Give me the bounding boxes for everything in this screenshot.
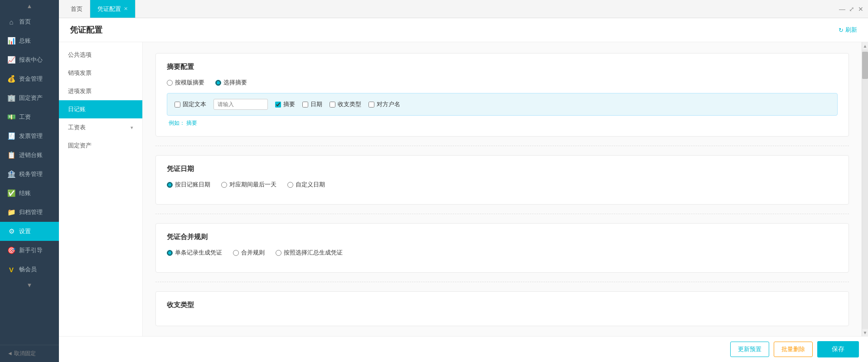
invoice-icon: 🧾: [7, 132, 15, 140]
checkbox-counterparty-input[interactable]: [369, 102, 374, 108]
merge-summary[interactable]: 按照选择汇总生成凭证: [276, 249, 343, 257]
summary-radio-select[interactable]: 选择摘要: [215, 78, 247, 87]
sidebar-scroll-up[interactable]: ▲: [0, 0, 59, 12]
tab-home[interactable]: 首页: [63, 0, 90, 18]
summary-checkbox-row: 固定文本 摘要 日期 收支类型: [167, 93, 838, 116]
fixed-text-input[interactable]: [213, 99, 268, 110]
tax-icon: 🏦: [7, 170, 15, 178]
checkbox-income-type-input[interactable]: [330, 102, 335, 108]
sidebar-item-assets[interactable]: 🏢 固定资产: [0, 88, 59, 108]
merge-single-label: 单条记录生成凭证: [175, 249, 222, 257]
left-nav-item-payroll[interactable]: 工资表 ▾: [59, 118, 142, 137]
checkbox-summary-input[interactable]: [275, 102, 281, 108]
sidebar-item-label: 税务管理: [19, 170, 43, 178]
refresh-label: 刷新: [845, 26, 857, 34]
sidebar-cancel-pin[interactable]: ◄ 取消固定: [0, 345, 59, 362]
checkbox-fixed-text-input[interactable]: [175, 102, 180, 108]
sidebar-item-label: 设置: [19, 227, 31, 235]
voucher-date-custom-input[interactable]: [287, 182, 293, 188]
sidebar-item-invoice[interactable]: 🧾 发票管理: [0, 127, 59, 146]
left-nav-item-journal[interactable]: 日记账: [59, 100, 142, 118]
summary-radio-select-input[interactable]: [215, 80, 221, 86]
batch-delete-button[interactable]: 批量删除: [774, 342, 813, 357]
sidebar: ▲ ⌂ 首页 📊 总账 📈 报表中心 💰 资金管理 🏢 固定资产 💵 工资 🧾 …: [0, 0, 59, 362]
cancel-pin-label: 取消固定: [14, 350, 36, 357]
merge-single[interactable]: 单条记录生成凭证: [167, 249, 222, 257]
checkbox-summary[interactable]: 摘要: [275, 100, 295, 108]
merge-rule-input[interactable]: [233, 250, 239, 256]
scroll-thumb[interactable]: [862, 52, 868, 79]
main-area: 首页 凭证配置 ✕ — ⤢ ✕ 凭证配置 ↻ 刷新 公共选项: [59, 0, 868, 362]
tab-close-icon[interactable]: ✕: [124, 6, 128, 12]
sidebar-item-label: 进销台账: [19, 151, 43, 159]
section-divider-3: [155, 282, 849, 282]
update-preview-button[interactable]: 更新预置: [730, 342, 769, 357]
scroll-down-arrow[interactable]: ▼: [862, 329, 868, 336]
sidebar-item-tax[interactable]: 🏦 税务管理: [0, 165, 59, 184]
summary-radio-template[interactable]: 按模版摘要: [167, 78, 204, 87]
guide-icon: 🎯: [7, 246, 15, 254]
voucher-date-period-last[interactable]: 对应期间最后一天: [221, 181, 276, 189]
sidebar-item-trade[interactable]: 📋 进销台账: [0, 146, 59, 165]
summary-radio-template-input[interactable]: [167, 80, 173, 86]
left-nav-item-fixed-assets[interactable]: 固定资产: [59, 137, 142, 155]
voucher-date-section: 凭证日期 按日记账日期 对应期间最后一天 自定义日期: [155, 155, 849, 205]
income-expense-title: 收支类型: [167, 301, 838, 309]
sidebar-item-fund[interactable]: 💰 资金管理: [0, 69, 59, 88]
sidebar-item-guide[interactable]: 🎯 新手引导: [0, 241, 59, 260]
window-maximize[interactable]: ⤢: [849, 5, 854, 13]
trade-icon: 📋: [7, 151, 15, 159]
merge-summary-input[interactable]: [276, 250, 281, 256]
checkbox-summary-label: 摘要: [283, 100, 295, 108]
voucher-date-period-last-input[interactable]: [221, 182, 227, 188]
sidebar-item-salary[interactable]: 💵 工资: [0, 108, 59, 127]
merge-rule-label: 合并规则: [241, 249, 265, 257]
voucher-date-custom[interactable]: 自定义日期: [287, 181, 325, 189]
refresh-button[interactable]: ↻ 刷新: [839, 26, 857, 34]
archive-icon: 📁: [7, 208, 15, 216]
left-nav: 公共选项 销项发票 进项发票 日记账 工资表 ▾ 固定资产: [59, 42, 143, 336]
sidebar-item-label: 畅会员: [19, 265, 37, 274]
save-button[interactable]: 保存: [817, 341, 859, 357]
left-nav-item-public[interactable]: 公共选项: [59, 46, 142, 64]
window-controls: — ⤢ ✕: [839, 5, 863, 13]
pin-icon: ◄: [7, 350, 13, 357]
body-layout: 公共选项 销项发票 进项发票 日记账 工资表 ▾ 固定资产: [59, 42, 868, 336]
left-nav-label: 销项发票: [68, 69, 92, 77]
sidebar-item-member[interactable]: V 畅会员: [0, 260, 59, 279]
sidebar-item-checkout[interactable]: ✅ 结账: [0, 184, 59, 203]
left-nav-label: 进项发票: [68, 87, 92, 95]
sidebar-item-ledger[interactable]: 📊 总账: [0, 31, 59, 50]
voucher-date-title: 凭证日期: [167, 165, 838, 173]
checkbox-counterparty[interactable]: 对方户名: [369, 100, 400, 108]
sidebar-item-reports[interactable]: 📈 报表中心: [0, 50, 59, 69]
member-icon: V: [7, 266, 15, 274]
sidebar-item-label: 总账: [19, 37, 31, 45]
voucher-date-period-last-label: 对应期间最后一天: [229, 181, 276, 189]
left-nav-item-purchase-invoice[interactable]: 进项发票: [59, 82, 142, 100]
summary-radio-group: 按模版摘要 选择摘要: [167, 78, 838, 87]
merge-rule[interactable]: 合并规则: [233, 249, 265, 257]
checkbox-date[interactable]: 日期: [302, 100, 322, 108]
voucher-date-journal[interactable]: 按日记账日期: [167, 181, 210, 189]
sidebar-item-settings[interactable]: ⚙ 设置: [0, 222, 59, 241]
summary-radio-template-label: 按模版摘要: [175, 78, 204, 87]
income-expense-section: 收支类型: [155, 291, 849, 326]
sidebar-scroll-down[interactable]: ▼: [0, 279, 59, 291]
merge-single-input[interactable]: [167, 250, 173, 256]
checkbox-income-type[interactable]: 收支类型: [330, 100, 361, 108]
tab-voucher[interactable]: 凭证配置 ✕: [90, 0, 136, 18]
voucher-date-journal-input[interactable]: [167, 182, 173, 188]
merge-rules-section: 凭证合并规则 单条记录生成凭证 合并规则 按照选择汇总生成凭证: [155, 223, 849, 273]
scroll-up-arrow[interactable]: ▲: [862, 42, 868, 49]
sidebar-item-home[interactable]: ⌂ 首页: [0, 12, 59, 31]
content-area: 凭证配置 ↻ 刷新 公共选项 销项发票 进项发票 日记账: [59, 18, 868, 362]
window-minimize[interactable]: —: [839, 5, 845, 13]
left-nav-item-sales-invoice[interactable]: 销项发票: [59, 64, 142, 82]
checkbox-date-input[interactable]: [302, 102, 308, 108]
sidebar-item-archive[interactable]: 📁 归档管理: [0, 203, 59, 222]
salary-icon: 💵: [7, 113, 15, 121]
window-close[interactable]: ✕: [858, 5, 863, 13]
sidebar-item-label: 工资: [19, 113, 31, 121]
checkbox-fixed-text[interactable]: 固定文本: [175, 100, 206, 108]
